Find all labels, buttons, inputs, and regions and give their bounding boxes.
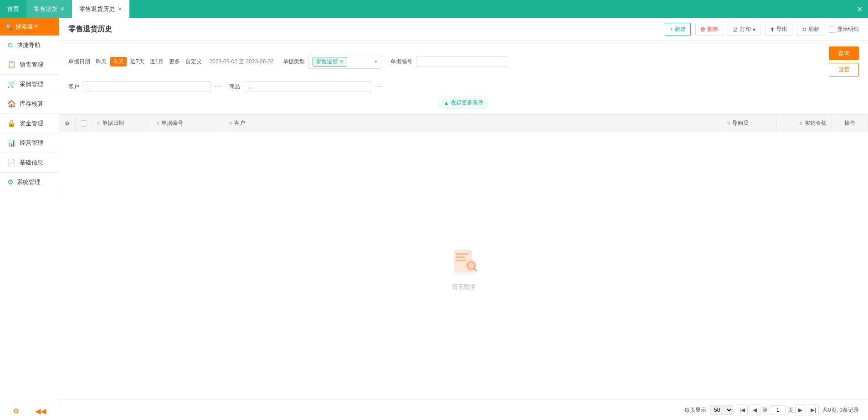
pagination: 每页显示 50 10 20 100 |◀ ◀ 第 页 ▶ ▶| 共0页, 0条记… [59,400,868,420]
tab-retail-return-history[interactable]: 零售退货历史 ✕ [72,0,129,18]
doctype-tag: 零售退货 ✕ [313,57,347,67]
window-close-btn[interactable]: ✕ [857,5,863,14]
date-yesterday[interactable]: 昨天 [94,57,108,67]
doctype-filter-label: 单据类型 [283,58,305,66]
tab-retail-return[interactable]: 零售退货 ✕ [26,0,72,18]
sidebar-item-sales-mgmt[interactable]: 📋 销售管理 [0,55,59,75]
empty-text: 暂无数据 [452,283,476,291]
doctype-select[interactable]: 零售退货 ✕ ▾ [308,55,381,69]
tab-retail-return-history-label: 零售退货历史 [79,5,115,13]
sidebar-item-purchase-mgmt[interactable]: 🛒 采购管理 [0,75,59,94]
svg-rect-2 [456,253,468,255]
goods-more-icon[interactable]: ··· [375,82,381,91]
footer-settings-icon[interactable]: ⚙ [13,407,19,415]
select-all-checkbox[interactable] [81,120,87,127]
delete-button[interactable]: 🗑 删除 [695,23,723,36]
sidebar-item-label: 销售管理 [20,61,43,69]
sidebar-item-inventory[interactable]: 🏠 库存核算 [0,94,59,114]
goods-input[interactable] [244,81,371,92]
sidebar-item-label: 系统管理 [17,178,41,186]
page-last-btn[interactable]: ▶| [808,405,819,415]
print-button[interactable]: 🖨 打印 ▾ [728,23,760,36]
th-amount: ⇅ 实销金额 [777,116,832,131]
page-first-btn[interactable]: |◀ [737,405,748,415]
per-page-label: 每页显示 [684,406,706,414]
page-nav: |◀ ◀ 第 页 ▶ ▶| [737,405,819,415]
filter-group-date: 单据日期 昨天 今天 近7天 近1月 更多 自定义 2023-06-02 至 2… [68,57,274,67]
sort-icon: ⇅ [799,121,803,126]
tab-home[interactable]: 首页 [0,0,26,18]
doctype-tag-remove[interactable]: ✕ [339,58,344,65]
th-guide: ⇅ 导购员 [722,116,777,131]
sidebar-footer: ⚙ ◀◀ [0,402,59,420]
th-number: ⇅ 单据编号 [151,116,224,131]
svg-rect-4 [456,260,467,261]
th-customer: ⇅ 客户 [224,116,722,131]
collapse-btn[interactable]: ▲ 收起更多条件 [439,97,489,109]
sidebar: 🔍 搜索菜单 ⊙ 快捷导航 📋 销售管理 🛒 采购管理 🏠 库存核算 🔒 资金管… [0,18,59,420]
collapse-label: 收起更多条件 [451,99,483,107]
page-header: 零售退货历史 + 新增 🗑 删除 🖨 打印 ▾ ⬆ 导出 ↻ 刷新 [59,18,868,41]
search-icon: 🔍 [5,24,13,31]
per-page-select[interactable]: 50 10 20 100 [710,405,733,415]
refresh-button[interactable]: ↻ 刷新 [797,23,824,36]
ops-mgmt-icon: 📊 [7,139,16,147]
docnumber-filter-label: 单据编号 [390,58,412,66]
empty-illustration [446,241,482,277]
display-detail-check[interactable] [829,26,835,33]
sys-mgmt-icon: ⚙ [7,178,13,186]
new-button[interactable]: + 新增 [665,23,690,36]
sort-icon: ⇅ [727,121,730,126]
display-detail-checkbox[interactable]: 显示明细 [829,26,859,33]
th-check[interactable] [76,117,92,130]
sidebar-item-basic-info[interactable]: 📄 基础信息 [0,153,59,173]
date-today[interactable]: 今天 [110,57,127,67]
tab-retail-return-close[interactable]: ✕ [60,6,65,12]
page-prev-btn[interactable]: ◀ [750,405,760,415]
date-custom[interactable]: 自定义 [184,57,204,67]
content-area: 零售退货历史 + 新增 🗑 删除 🖨 打印 ▾ ⬆ 导出 ↻ 刷新 [59,18,868,420]
footer-volume-icon[interactable]: ◀◀ [35,407,46,415]
page-input[interactable] [770,405,786,415]
sidebar-item-label: 库存核算 [20,100,43,108]
date-filter-label: 单据日期 [68,58,90,66]
date-last7[interactable]: 近7天 [128,57,146,67]
sales-mgmt-icon: 📋 [7,61,16,69]
svg-rect-3 [456,256,465,258]
doctype-tag-label: 零售退货 [316,58,338,66]
date-more[interactable]: 更多 [167,57,182,67]
filter-settings-button[interactable]: 设置 [829,63,859,77]
sidebar-item-label: 资金管理 [20,119,43,128]
customer-more-icon[interactable]: ··· [214,82,220,91]
action-buttons: 查询 设置 [829,46,859,77]
refresh-label: 刷新 [808,26,819,33]
query-button[interactable]: 查询 [829,46,859,60]
th-date: ⇅ 单据日期 [92,116,151,131]
sidebar-item-label: 经营管理 [20,139,43,147]
tab-retail-return-label: 零售退货 [34,5,57,13]
page-unit: 页 [788,406,793,414]
tab-retail-return-history-close[interactable]: ✕ [118,6,122,12]
column-settings-icon[interactable]: ⚙ [65,120,70,127]
top-bar: 首页 零售退货 ✕ 零售退货历史 ✕ ✕ [0,0,868,18]
sidebar-item-sys-mgmt[interactable]: ⚙ 系统管理 [0,173,59,192]
sidebar-item-quick-nav[interactable]: ⊙ 快捷导航 [0,36,59,55]
export-label: 导出 [776,26,787,33]
print-chevron-icon: ▾ [753,26,755,33]
sidebar-item-finance-mgmt[interactable]: 🔒 资金管理 [0,114,59,133]
quick-nav-icon: ⊙ [7,41,13,49]
page-next-btn[interactable]: ▶ [795,405,806,415]
export-button[interactable]: ⬆ 导出 [765,23,792,36]
sort-icon: ⇅ [156,121,159,126]
th-number-label: 单据编号 [161,119,183,127]
sidebar-item-ops-mgmt[interactable]: 📊 经营管理 [0,133,59,153]
filter-area: 单据日期 昨天 今天 近7天 近1月 更多 自定义 2023-06-02 至 2… [59,41,868,115]
docnumber-input[interactable] [416,56,507,67]
doctype-chevron-icon: ▾ [375,58,377,65]
empty-state: 暂无数据 [59,132,868,400]
sidebar-search[interactable]: 🔍 搜索菜单 [0,18,59,36]
date-last1month[interactable]: 近1月 [148,57,166,67]
customer-input[interactable] [83,81,211,92]
th-settings[interactable]: ⚙ [59,117,76,130]
th-guide-label: 导购员 [732,119,749,127]
